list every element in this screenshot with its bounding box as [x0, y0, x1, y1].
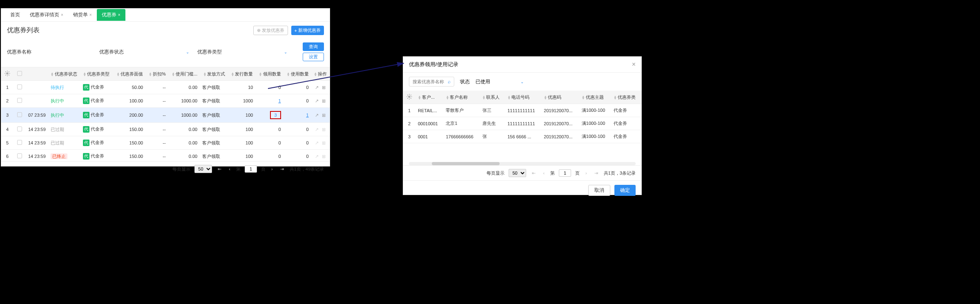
cancel-button[interactable]: 取消	[588, 185, 610, 196]
coupon-list-panel: 首页优惠券详情页×销货单×优惠券× 优惠券列表 ⊕ 发放优惠券 + 新增优惠券 …	[1, 8, 330, 166]
qr-icon[interactable]: ⊞	[322, 140, 326, 146]
next-page-icon[interactable]: ›	[584, 171, 589, 175]
table-row[interactable]: 2执行中代代金券100.00--1000.00客户领取100010↗⊞	[1, 94, 330, 108]
close-icon[interactable]: ×	[61, 13, 63, 17]
col-header[interactable]: ▲▼电话号码	[505, 91, 541, 104]
row-checkbox[interactable]	[17, 140, 22, 145]
filter-type-select[interactable]	[224, 51, 281, 53]
col-header[interactable]: ▲▼优惠券类	[611, 91, 641, 104]
tab-优惠券详情页[interactable]: 优惠券详情页×	[25, 9, 68, 21]
confirm-button[interactable]: 确定	[614, 185, 636, 196]
page-input[interactable]	[245, 165, 257, 173]
export-icon[interactable]: ↗	[315, 98, 319, 104]
horizontal-scrollbar[interactable]	[409, 162, 636, 165]
search-box[interactable]: ⌕	[409, 77, 454, 87]
filter-name-label: 优惠券名称	[7, 49, 31, 55]
issue-coupon-button[interactable]: ⊕ 发放优惠券	[253, 26, 288, 35]
tab-首页[interactable]: 首页	[5, 9, 25, 21]
row-checkbox[interactable]	[17, 84, 22, 89]
row-checkbox[interactable]	[17, 126, 22, 131]
filter-status-select[interactable]	[126, 51, 183, 53]
table-row[interactable]: 514 23:59已过期代代金券150.00--0.00客户领取10000↗⊞	[1, 136, 330, 150]
search-icon[interactable]: ⌕	[448, 79, 451, 84]
col-header[interactable]: ▲▼领用数量	[255, 67, 283, 81]
qr-icon[interactable]: ⊞	[322, 113, 326, 118]
row-checkbox[interactable]	[17, 112, 22, 117]
per-page-select[interactable]: 50	[194, 165, 212, 173]
export-icon[interactable]: ↗	[315, 127, 319, 132]
col-header[interactable]: ▲▼优惠券面值	[113, 67, 145, 81]
status-badge: 执行中	[51, 113, 64, 118]
usage-record-modal: 优惠券领用/使用记录 × ⌕ 状态 已使用 ⌄ ▲▼客户...▲▼客户名称▲▼联…	[403, 56, 642, 195]
table-row[interactable]: 1RETAIL...零散客户张三111111111112019120070...…	[403, 104, 641, 117]
col-header[interactable]: ▲▼客户名称	[443, 91, 480, 104]
table-row[interactable]: 614 23:59已终止代代金券150.00--0.00客户领取10000↗⊞	[1, 150, 330, 162]
select-all-checkbox[interactable]	[17, 71, 22, 76]
export-icon[interactable]: ↗	[315, 113, 319, 118]
export-icon[interactable]: ↗	[315, 140, 319, 146]
row-checkbox[interactable]	[17, 98, 22, 103]
take-count-link[interactable]: 1	[278, 98, 281, 103]
tab-销货单[interactable]: 销货单×	[68, 9, 97, 21]
col-header[interactable]: ▲▼使用数量	[284, 67, 311, 81]
modal-page-total: 共1页，3条记录	[604, 170, 636, 176]
filter-type-label: 优惠券类型	[197, 49, 222, 55]
col-header[interactable]: ▲▼优惠主题	[579, 91, 611, 104]
export-icon[interactable]: ↗	[315, 154, 319, 159]
col-header[interactable]: ▲▼优惠券类型	[80, 67, 113, 81]
table-row[interactable]: 414 23:59已过期代代金券150.00--0.00客户领取10000↗⊞	[1, 123, 330, 136]
tab-优惠券[interactable]: 优惠券×	[97, 9, 125, 21]
col-header[interactable]: ▲▼操作	[311, 67, 330, 81]
take-count-link[interactable]: 3	[270, 111, 281, 119]
table-row[interactable]: 307 23:59执行中代代金券200.00--1000.00客户领取10031…	[1, 108, 330, 123]
modal-per-page-select[interactable]: 50	[509, 169, 526, 177]
status-badge: 待执行	[51, 85, 64, 90]
table-row[interactable]: 200010001北京1唐先生111111111112019120070...满…	[403, 117, 641, 130]
prev-page-icon[interactable]: ‹	[227, 166, 232, 171]
filter-name-input[interactable]	[34, 48, 91, 56]
type-badge: 代	[83, 140, 89, 146]
add-coupon-button[interactable]: + 新增优惠券	[291, 26, 324, 35]
col-header[interactable]: ▲▼优惠码	[541, 91, 579, 104]
table-row[interactable]: 1待执行代代金券50.00--0.00客户领取1000↗⊞	[1, 81, 330, 94]
modal-status-label: 状态	[460, 78, 470, 85]
col-header[interactable]: ▲▼折扣%	[145, 67, 168, 81]
table-row[interactable]: 3000117666666666张156 6666 ...2019120070.…	[403, 130, 641, 143]
type-badge: 代	[83, 112, 89, 118]
query-button[interactable]: 查询	[303, 42, 324, 51]
type-badge: 代	[83, 153, 89, 160]
col-header[interactable]: ▲▼发放方式	[200, 67, 228, 81]
qr-icon[interactable]: ⊞	[322, 127, 326, 132]
qr-icon[interactable]: ⊞	[322, 85, 326, 90]
first-page-icon[interactable]: ⇤	[216, 166, 223, 172]
col-header[interactable]: ▲▼客户...	[415, 91, 443, 104]
svg-point-1	[409, 96, 410, 98]
close-icon[interactable]: ×	[89, 13, 92, 17]
last-page-icon[interactable]: ⇥	[279, 166, 286, 172]
page-title: 优惠券列表	[7, 26, 40, 35]
last-page-icon[interactable]: ⇥	[593, 171, 600, 176]
svg-point-0	[7, 73, 8, 74]
use-count-link[interactable]: 1	[306, 113, 308, 118]
search-input[interactable]	[413, 79, 445, 84]
qr-icon[interactable]: ⊞	[322, 154, 326, 159]
modal-page-input[interactable]	[559, 169, 571, 177]
row-checkbox[interactable]	[17, 153, 22, 158]
col-header[interactable]: ▲▼使用门槛...	[168, 67, 200, 81]
qr-icon[interactable]: ⊞	[322, 98, 326, 104]
settings-button[interactable]: 设置	[303, 53, 324, 61]
col-header[interactable]: ▲▼优惠券状态	[48, 67, 80, 81]
close-icon[interactable]: ×	[118, 13, 121, 17]
col-header[interactable]: ▲▼联系人	[480, 91, 505, 104]
filter-bar: 优惠券名称 优惠券状态 ⌄ 优惠券类型 ⌄ 查询 设置	[1, 39, 330, 67]
status-badge: 执行中	[51, 98, 64, 103]
first-page-icon[interactable]: ⇤	[530, 171, 537, 176]
next-page-icon[interactable]: ›	[270, 166, 275, 171]
page-total: 共1页，49条记录	[290, 166, 324, 172]
col-header[interactable]: ▲▼发行数量	[228, 67, 255, 81]
usage-table: ▲▼客户...▲▼客户名称▲▼联系人▲▼电话号码▲▼优惠码▲▼优惠主题▲▼优惠券…	[403, 91, 641, 143]
close-icon[interactable]: ×	[632, 61, 636, 68]
modal-status-value[interactable]: 已使用	[475, 78, 490, 85]
export-icon[interactable]: ↗	[315, 85, 319, 90]
prev-page-icon[interactable]: ‹	[541, 171, 546, 175]
